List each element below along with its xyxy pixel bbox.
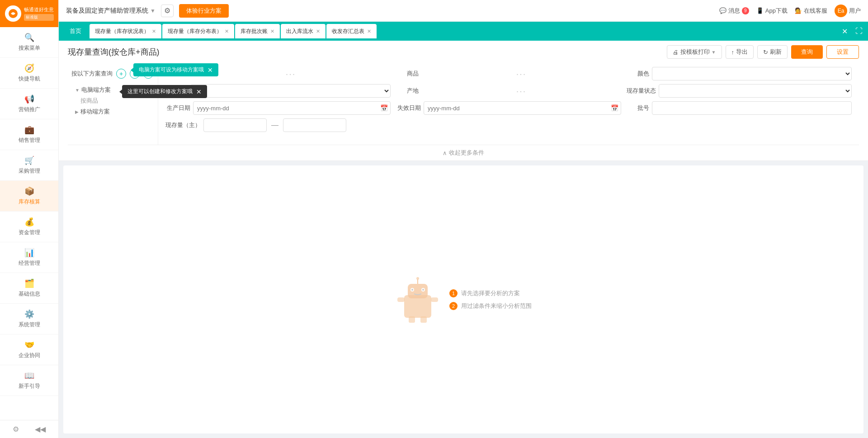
inventory-icon: 📦 xyxy=(24,186,34,196)
sub-item-label: 按商品 xyxy=(80,97,98,104)
tooltip-create-arrow xyxy=(119,89,122,94)
export-btn[interactable]: ↑ 导出 xyxy=(726,45,754,59)
sidebar-item-system[interactable]: ⚙️ 系统管理 xyxy=(0,304,58,334)
sidebar-item-label: 资金管理 xyxy=(19,229,40,236)
logo-icon xyxy=(5,5,21,22)
svg-rect-1 xyxy=(404,295,431,318)
fullscreen-btn[interactable]: ⛶ xyxy=(854,26,864,37)
tab-close-icon[interactable]: ✕ xyxy=(225,28,229,34)
sidebar-item-operations[interactable]: 📊 经营管理 xyxy=(0,242,58,273)
expire-date-field: 失效日期 📅 xyxy=(396,101,621,115)
sidebar-item-marketing[interactable]: 📢 营销推广 xyxy=(0,89,58,119)
calendar-icon-2: 📅 xyxy=(611,104,618,112)
expire-date-input[interactable] xyxy=(424,101,621,115)
gear-settings-btn[interactable]: ⚙ xyxy=(161,5,174,17)
tab-batch-account[interactable]: 库存批次账 ✕ xyxy=(235,24,280,38)
phone-icon: 📱 xyxy=(756,7,764,14)
produce-date-input[interactable] xyxy=(193,101,391,115)
system-name-select[interactable]: 装备及固定资产辅助管理系统 ▼ xyxy=(66,7,156,15)
online-service-btn[interactable]: 💁 在线客服 xyxy=(795,7,827,15)
tab-close-icon[interactable]: ✕ xyxy=(152,28,156,34)
tooltip-create-scheme: 这里可以创建和修改方案哦 ✕ xyxy=(122,85,207,98)
refresh-icon: ↻ xyxy=(763,49,768,56)
tab-inventory-distribution[interactable]: 现存量（库存分布表） ✕ xyxy=(162,24,234,38)
close-all-tabs-btn[interactable]: ✕ xyxy=(839,26,850,37)
tooltip-pc-scheme: 电脑方案可设为移动方案哦 ✕ xyxy=(133,63,218,76)
coop-icon: 🤝 xyxy=(24,340,34,350)
collapse-sidebar-btn[interactable]: ◀◀ xyxy=(35,425,46,433)
message-btn[interactable]: 💬 消息 9 xyxy=(719,7,749,15)
batch-label: 批号 xyxy=(627,104,649,112)
svg-point-6 xyxy=(422,289,424,291)
sidebar-item-basic[interactable]: 🗂️ 基础信息 xyxy=(0,273,58,304)
chevron-down-icon: ▼ xyxy=(150,8,156,14)
search-btn[interactable]: 查询 xyxy=(791,45,823,59)
scheme-mobile-label: 移动端方案 xyxy=(80,108,110,116)
header-right: 💬 消息 9 📱 App下载 💁 在线客服 Ea 用户 xyxy=(719,5,861,17)
sidebar-item-finance[interactable]: 💰 资金管理 xyxy=(0,212,58,242)
experience-button[interactable]: 体验行业方案 xyxy=(179,4,229,18)
scheme-mobile-item[interactable]: ▶ 移动端方案 xyxy=(68,106,158,118)
message-badge: 9 xyxy=(742,7,749,14)
refresh-btn[interactable]: ↻ 刷新 xyxy=(757,45,788,59)
stock-main-field: 现存量（主） — xyxy=(158,118,859,136)
tab-close-icon[interactable]: ✕ xyxy=(316,28,320,34)
tab-inventory-status[interactable]: 现存量（库存状况表） ✕ xyxy=(90,24,161,38)
arrow-right-icon: ▶ xyxy=(75,109,79,114)
scheme-pc-item[interactable]: ▼ 电脑端方案 这里可以创建和修改方案哦 ✕ xyxy=(68,84,158,96)
collapse-row[interactable]: ∧ 收起更多条件 xyxy=(68,145,859,160)
empty-tips: 1 请先选择要分析的方案 2 用过滤条件来缩小分析范围 xyxy=(449,289,532,310)
stock-status-select[interactable] xyxy=(659,84,852,98)
header-left: 装备及固定资产辅助管理系统 ▼ ⚙ 体验行业方案 xyxy=(66,4,229,18)
filter-left-panel: 按以下方案查询 + ↻ ← 电脑方案可设为移动方案哦 ✕ xyxy=(68,63,158,145)
color-select[interactable] xyxy=(652,67,852,80)
produce-date-field: 生产日期 📅 xyxy=(165,101,391,115)
svg-point-5 xyxy=(411,289,413,291)
sidebar-item-nav[interactable]: 🧭 快捷导航 xyxy=(0,58,58,89)
sidebar-item-search[interactable]: 🔍 搜索菜单 xyxy=(0,27,58,58)
produce-date-input-wrap: 📅 xyxy=(193,101,391,115)
tab-bar: 首页 现存量（库存状况表） ✕ 现存量（库存分布表） ✕ 库存批次账 ✕ 出入库… xyxy=(59,22,868,41)
tooltip-create-close[interactable]: ✕ xyxy=(196,88,202,95)
app-download-btn[interactable]: 📱 App下载 xyxy=(756,7,788,15)
sidebar-item-purchase[interactable]: 🛒 采购管理 xyxy=(0,150,58,181)
basic-icon: 🗂️ xyxy=(24,278,34,288)
online-service-label: 在线客服 xyxy=(804,7,827,15)
sidebar-item-cooperation[interactable]: 🤝 企业协同 xyxy=(0,334,58,365)
sidebar-item-label: 基础信息 xyxy=(19,290,40,298)
tab-home[interactable]: 首页 xyxy=(62,24,89,38)
filter-label: 按以下方案查询 xyxy=(71,70,113,78)
settings-btn[interactable]: 设置 xyxy=(826,45,859,59)
expire-date-input-wrap: 📅 xyxy=(424,101,621,115)
sidebar-item-sales[interactable]: 💼 销售管理 xyxy=(0,119,58,150)
tab-summary[interactable]: 收发存汇总表 ✕ xyxy=(326,24,377,38)
settings-bottom-btn[interactable]: ⚙ xyxy=(13,425,19,433)
batch-input[interactable] xyxy=(652,101,852,115)
tab-close-icon[interactable]: ✕ xyxy=(367,28,371,34)
template-print-btn[interactable]: 🖨 按模板打印 ▼ xyxy=(667,45,722,59)
goods-dots: ··· xyxy=(421,69,621,79)
expire-date-label: 失效日期 xyxy=(396,104,421,112)
empty-state: 1 请先选择要分析的方案 2 用过滤条件来缩小分析范围 xyxy=(63,165,863,433)
print-icon: 🖨 xyxy=(673,49,679,56)
tab-flow[interactable]: 出入库流水 ✕ xyxy=(281,24,326,38)
size-select[interactable] xyxy=(191,84,391,98)
export-icon: ↑ xyxy=(731,49,735,56)
svg-rect-7 xyxy=(409,316,415,323)
sidebar-item-label: 新手引导 xyxy=(19,382,40,390)
color-label: 颜色 xyxy=(627,70,649,78)
filter-right-panel: 仓库 ··· 商品 ··· 颜色 xyxy=(158,63,859,145)
tooltip-pc-close[interactable]: ✕ xyxy=(208,66,213,74)
sidebar-item-inventory[interactable]: 📦 库存核算 xyxy=(0,181,58,212)
stock-main-from-input[interactable] xyxy=(203,118,267,132)
user-profile-btn[interactable]: Ea 用户 xyxy=(835,5,861,17)
tab-close-icon[interactable]: ✕ xyxy=(270,28,274,34)
sidebar-item-label: 快捷导航 xyxy=(19,75,40,83)
empty-tip-1: 1 请先选择要分析的方案 xyxy=(449,289,532,297)
stock-main-to-input[interactable] xyxy=(283,118,346,132)
sidebar-item-guide[interactable]: 📖 新手引导 xyxy=(0,365,58,396)
add-scheme-btn[interactable]: + xyxy=(116,69,126,79)
batch-field: 批号 xyxy=(627,101,852,115)
color-field: 颜色 xyxy=(627,67,852,80)
svg-rect-11 xyxy=(397,297,405,302)
